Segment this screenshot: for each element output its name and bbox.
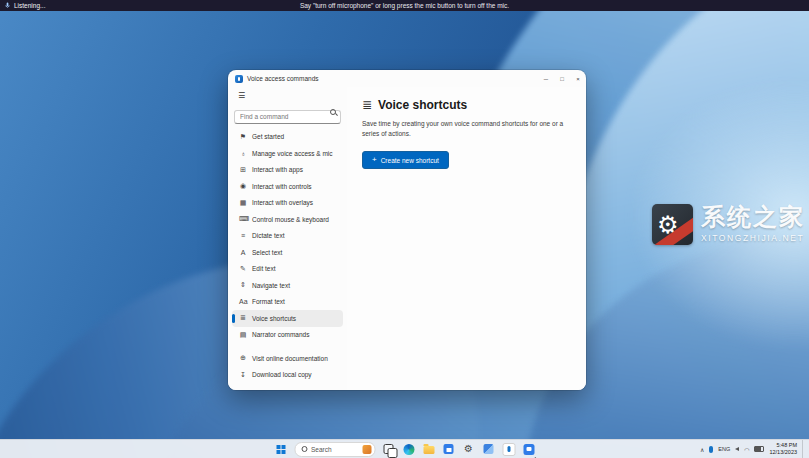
sidebar-item-manage-voice-access[interactable]: ♁ Manage voice access & mic (232, 145, 343, 162)
widgets-icon (484, 444, 494, 454)
taskbar-icon-widgets[interactable] (482, 443, 495, 456)
watermark-logo: ⚙ (652, 204, 693, 245)
sidebar-item-label: Get started (252, 133, 284, 140)
tray-mic-icon[interactable] (709, 446, 713, 453)
globe-icon: ⊕ (239, 354, 247, 362)
taskbar-search-label: Search (311, 446, 358, 453)
keyboard-icon: ⌨ (239, 215, 247, 223)
overlays-icon: ▦ (239, 199, 247, 207)
watermark-title: 系统之家 (701, 204, 805, 230)
sidebar-item-label: Dictate text (252, 232, 285, 239)
taskbar-icon-chat[interactable] (522, 443, 535, 456)
desktop: ⚙ 系统之家 XITONGZHIJIA.NET Listening... Say… (0, 0, 809, 458)
sidebar-item-label: Narrator commands (252, 331, 309, 338)
start-button[interactable] (274, 443, 287, 456)
sidebar-item-label: Navigate text (252, 282, 290, 289)
flag-icon: ⚑ (239, 133, 247, 141)
language-indicator[interactable]: ENG (718, 446, 730, 452)
folder-icon (423, 446, 434, 454)
page-title: Voice shortcuts (378, 98, 467, 112)
battery-icon[interactable] (754, 446, 764, 452)
navigate-icon: ⇕ (239, 281, 247, 289)
controls-icon: ◉ (239, 182, 247, 190)
download-icon: ↧ (239, 371, 247, 379)
page-description: Save time by creating your own voice com… (362, 119, 572, 139)
watermark-subtitle: XITONGZHIJIA.NET (701, 233, 805, 243)
maximize-button[interactable]: □ (554, 70, 570, 87)
task-view-icon (384, 444, 394, 454)
taskbar-icon-task-view[interactable] (382, 443, 395, 456)
show-desktop-button[interactable] (802, 440, 806, 458)
sidebar-item-interact-with-controls[interactable]: ◉ Interact with controls (232, 178, 343, 195)
sidebar-item-dictate-text[interactable]: ≡ Dictate text (232, 228, 343, 245)
sidebar-item-label: Select text (252, 249, 282, 256)
sidebar-item-voice-shortcuts[interactable]: ≣ Voice shortcuts (232, 310, 343, 327)
search-input[interactable] (234, 110, 341, 124)
gear-icon: ⚙ (657, 204, 679, 245)
window-title: Voice access commands (247, 75, 319, 82)
hamburger-menu-icon[interactable]: ☰ (228, 89, 258, 102)
taskbar-icon-settings[interactable]: ⚙ (462, 443, 475, 456)
sidebar-item-label: Voice shortcuts (252, 315, 296, 322)
apps-icon: ⊞ (239, 166, 247, 174)
sidebar-item-label: Edit text (252, 265, 275, 272)
store-icon (444, 444, 454, 454)
sidebar-item-navigate-text[interactable]: ⇕ Navigate text (232, 277, 343, 294)
sidebar-item-interact-with-overlays[interactable]: ▦ Interact with overlays (232, 195, 343, 212)
create-new-shortcut-label: Create new shortcut (381, 157, 439, 164)
mic-icon: ♁ (239, 150, 247, 157)
taskbar-search[interactable]: Search (294, 442, 375, 457)
voice-access-icon (502, 443, 515, 456)
sidebar-item-label: Visit online documentation (252, 355, 328, 362)
sidebar-item-label: Format text (252, 298, 285, 305)
voice-shortcuts-icon: ≣ (362, 98, 372, 112)
create-new-shortcut-button[interactable]: + Create new shortcut (362, 151, 449, 169)
voice-shortcuts-icon: ≣ (239, 314, 247, 322)
wifi-icon[interactable]: ◠ (744, 446, 749, 453)
site-watermark: ⚙ 系统之家 XITONGZHIJIA.NET (652, 204, 805, 245)
sidebar-item-edit-text[interactable]: ✎ Edit text (232, 261, 343, 278)
voice-access-commands-window: Voice access commands ─ □ × ☰ ⚑ Get star… (228, 70, 586, 390)
sidebar-item-label: Control mouse & keyboard (252, 216, 329, 223)
voice-access-app-icon (235, 75, 243, 83)
search-icon (330, 109, 336, 115)
selected-accent-bar (232, 314, 235, 323)
sidebar-item-online-documentation[interactable]: ⊕ Visit online documentation (232, 350, 343, 367)
volume-icon[interactable] (735, 447, 739, 451)
select-text-icon: A (239, 249, 247, 256)
sidebar-item-get-started[interactable]: ⚑ Get started (232, 129, 343, 146)
close-button[interactable]: × (570, 70, 586, 87)
sidebar-item-format-text[interactable]: Aa Format text (232, 294, 343, 311)
tray-date: 12/13/2023 (769, 449, 797, 456)
tray-clock[interactable]: 5:48 PM 12/13/2023 (769, 442, 797, 457)
taskbar-icon-voice-access[interactable] (502, 443, 515, 456)
sidebar-item-download-local-copy[interactable]: ↧ Download local copy (232, 367, 343, 384)
main-content: ≣ Voice shortcuts Save time by creating … (347, 87, 586, 390)
format-text-icon: Aa (239, 298, 247, 305)
sidebar-footer: ⊕ Visit online documentation ↧ Download … (228, 350, 347, 390)
taskbar-icon-edge[interactable] (402, 443, 415, 456)
sidebar-item-label: Manage voice access & mic (252, 150, 333, 157)
sidebar-item-control-mouse-keyboard[interactable]: ⌨ Control mouse & keyboard (232, 211, 343, 228)
window-titlebar[interactable]: Voice access commands ─ □ × (228, 70, 586, 87)
tray-expand-icon[interactable]: ∧ (700, 446, 704, 453)
sidebar-item-label: Interact with controls (252, 183, 312, 190)
sidebar-item-interact-with-apps[interactable]: ⊞ Interact with apps (232, 162, 343, 179)
narrator-icon: ▤ (239, 331, 247, 339)
taskbar-icon-file-explorer[interactable] (422, 443, 435, 456)
sidebar: ☰ ⚑ Get started ♁ Manage voice access & … (228, 87, 347, 390)
chat-icon (523, 444, 534, 455)
gear-icon: ⚙ (464, 444, 473, 454)
edit-icon: ✎ (239, 265, 247, 273)
voice-hint-text: Say "turn off microphone" or long press … (0, 2, 809, 9)
taskbar-icon-store[interactable] (442, 443, 455, 456)
sidebar-item-select-text[interactable]: A Select text (232, 244, 343, 261)
sidebar-item-narrator-commands[interactable]: ▤ Narrator commands (232, 327, 343, 344)
taskbar: Search ⚙ ∧ ENG ◠ 5:48 PM 12/13/2023 (0, 439, 809, 458)
tray-time: 5:48 PM (769, 442, 797, 449)
minimize-button[interactable]: ─ (538, 70, 554, 87)
windows-logo-icon (276, 445, 280, 449)
search-icon (301, 446, 307, 452)
dictate-icon: ≡ (239, 232, 247, 239)
plus-icon: + (372, 156, 377, 164)
